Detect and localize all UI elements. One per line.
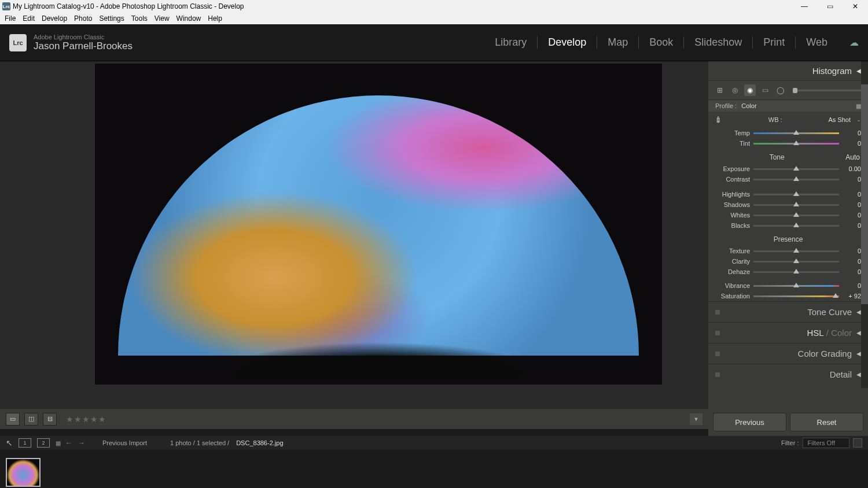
hsl-color-panel[interactable]: HSL / Color◀ (708, 322, 868, 343)
blacks-value[interactable]: 0 (843, 222, 861, 229)
chevron-icon: ⌄ (856, 117, 861, 123)
close-icon[interactable]: ✕ (849, 2, 861, 10)
right-scrollbar[interactable] (861, 61, 868, 388)
previous-button[interactable]: Previous (713, 413, 786, 431)
panel-toggle-icon[interactable] (715, 331, 720, 335)
toolbar-menu-icon[interactable]: ▼ (690, 413, 703, 425)
exposure-slider[interactable] (753, 168, 839, 170)
graduated-filter-icon[interactable]: ▭ (759, 84, 771, 96)
vibrance-label: Vibrance (715, 282, 750, 289)
before-after-tb-button[interactable]: ⊟ (43, 413, 57, 426)
vibrance-slider[interactable] (753, 285, 839, 287)
module-book[interactable]: Book (638, 36, 683, 49)
texture-slider[interactable] (753, 250, 839, 252)
app-badge: Lrc (9, 34, 27, 51)
contrast-slider[interactable] (753, 179, 839, 180)
menu-develop[interactable]: Develop (39, 14, 69, 23)
cloud-sync-icon[interactable]: ☁ (849, 37, 859, 48)
menu-file[interactable]: File (2, 14, 18, 23)
menu-photo[interactable]: Photo (72, 14, 94, 23)
profile-row: Profile : Color ▦ (708, 100, 868, 112)
filter-lock-icon[interactable] (853, 438, 862, 448)
profile-value[interactable]: Color (741, 102, 756, 109)
panel-toggle-icon[interactable] (715, 310, 720, 315)
exposure-label: Exposure (715, 165, 750, 172)
blacks-slider[interactable] (753, 225, 839, 227)
menu-tools[interactable]: Tools (129, 14, 150, 23)
tint-slider[interactable] (753, 143, 839, 145)
clarity-value[interactable]: 0 (843, 258, 861, 265)
filmstrip[interactable] (0, 450, 868, 488)
reset-button[interactable]: Reset (790, 413, 863, 431)
temp-value[interactable]: 0 (843, 130, 861, 136)
nav-forward-icon[interactable]: → (78, 439, 85, 447)
main-window-button[interactable]: 1 (19, 438, 31, 448)
loupe-view-button[interactable]: ▭ (6, 413, 20, 426)
color-grading-panel[interactable]: Color Grading◀ (708, 343, 868, 364)
source-label[interactable]: Previous Import (102, 439, 147, 446)
nav-back-icon[interactable]: ← (65, 439, 72, 447)
rating-stars[interactable]: ★★★★★ (66, 415, 106, 424)
module-print[interactable]: Print (752, 36, 795, 49)
image-canvas[interactable] (95, 64, 662, 385)
whites-slider[interactable] (753, 215, 839, 216)
redeye-tool-icon[interactable]: ◉ (744, 84, 756, 96)
texture-value[interactable]: 0 (843, 247, 861, 254)
module-map[interactable]: Map (597, 36, 638, 49)
saturation-value[interactable]: + 92 (843, 293, 861, 300)
photo-count: 1 photo / 1 selected / (170, 439, 229, 446)
spot-removal-icon[interactable]: ◎ (729, 84, 741, 96)
tone-curve-label: Tone Curve (807, 307, 852, 317)
highlights-value[interactable]: 0 (843, 191, 861, 198)
temp-slider[interactable] (753, 132, 839, 134)
product-name: Adobe Lightroom Classic (34, 34, 133, 40)
menu-edit[interactable]: Edit (20, 14, 37, 23)
dehaze-value[interactable]: 0 (843, 268, 861, 275)
crop-tool-icon[interactable]: ⊞ (714, 84, 726, 96)
menu-help[interactable]: Help (205, 14, 225, 23)
vibrance-value[interactable]: 0 (843, 282, 861, 289)
wb-dropdown[interactable]: As Shot (828, 116, 851, 123)
module-slideshow[interactable]: Slideshow (683, 36, 752, 49)
profile-browser-icon[interactable]: ▦ (856, 103, 861, 109)
minimize-icon[interactable]: — (799, 2, 810, 10)
mask-amount-slider[interactable] (793, 90, 862, 91)
left-panel-collapsed[interactable] (0, 61, 8, 408)
tone-curve-panel[interactable]: Tone Curve◀ (708, 301, 868, 322)
wb-eyedropper-icon[interactable]: ✐ (713, 114, 724, 125)
collapse-icon: ◀ (856, 309, 861, 315)
whites-value[interactable]: 0 (843, 212, 861, 219)
shadows-value[interactable]: 0 (843, 201, 861, 208)
before-after-lr-button[interactable]: ◫ (24, 413, 38, 426)
grid-view-icon[interactable]: ▦ (56, 440, 60, 446)
panel-toggle-icon[interactable] (715, 372, 720, 377)
dehaze-slider[interactable] (753, 271, 839, 273)
contrast-value[interactable]: 0 (843, 176, 861, 183)
menu-window[interactable]: Window (174, 14, 204, 23)
collapse-icon: ◀ (856, 68, 861, 74)
second-window-button[interactable]: 2 (37, 438, 50, 448)
module-web[interactable]: Web (795, 36, 838, 49)
profile-label: Profile : (715, 102, 737, 109)
module-develop[interactable]: Develop (537, 36, 597, 49)
filter-dropdown[interactable]: Filters Off (803, 438, 849, 448)
saturation-slider[interactable] (753, 295, 839, 297)
panel-toggle-icon[interactable] (715, 352, 720, 356)
maximize-icon[interactable]: ▭ (824, 2, 836, 10)
menu-settings[interactable]: Settings (97, 14, 126, 23)
right-panel: Histogram ◀ ⊞ ◎ ◉ ▭ ◯ Profile : Color ▦ … (708, 61, 868, 408)
tint-value[interactable]: 0 (843, 140, 861, 147)
exposure-value[interactable]: 0.00 (843, 165, 861, 172)
highlights-slider[interactable] (753, 194, 839, 195)
shadows-label: Shadows (715, 201, 750, 208)
module-library[interactable]: Library (484, 36, 537, 49)
filter-label: Filter : (781, 439, 799, 446)
clarity-slider[interactable] (753, 261, 839, 263)
thumbnail[interactable] (6, 458, 41, 487)
shadows-slider[interactable] (753, 204, 839, 206)
menu-view[interactable]: View (152, 14, 172, 23)
pointer-icon[interactable]: ↖ (6, 438, 13, 448)
radial-filter-icon[interactable]: ◯ (774, 84, 786, 96)
histogram-panel-header[interactable]: Histogram ◀ (708, 61, 868, 80)
detail-panel[interactable]: Detail◀ (708, 364, 868, 385)
